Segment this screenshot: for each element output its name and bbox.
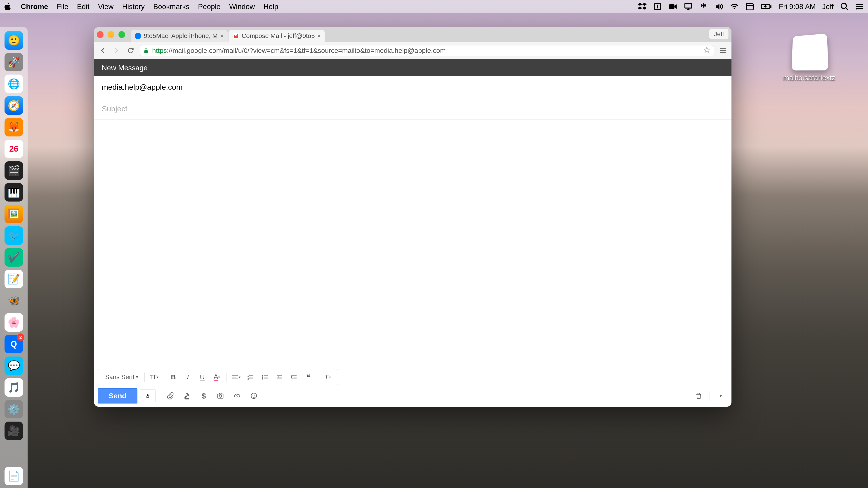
menu-help[interactable]: Help [264,2,278,11]
svg-text:3: 3 [248,378,249,380]
compose-subject-field[interactable] [94,98,732,120]
spotlight-icon[interactable] [840,2,849,11]
wifi-icon[interactable] [730,2,739,11]
airplay-icon[interactable] [684,2,693,11]
dock-finalcut[interactable]: 🎬 [4,161,23,180]
remove-formatting-button[interactable]: T× [321,372,334,383]
chrome-toolbar: https://mail.google.com/mail/u/0/?view=c… [94,42,732,59]
svg-rect-22 [232,379,238,379]
date-icon[interactable] [745,2,754,11]
window-minimize-button[interactable] [107,31,114,38]
money-icon[interactable]: $ [196,390,211,402]
send-button[interactable]: Send [98,388,137,403]
quote-button[interactable]: ❝ [302,372,315,383]
menu-file[interactable]: File [57,2,68,11]
menu-edit[interactable]: Edit [77,2,89,11]
address-bar[interactable]: https://mail.google.com/mail/u/0/?view=c… [140,45,714,56]
menu-extra-icon[interactable] [699,2,708,11]
tab-title: Compose Mail - jeff@9to5 [242,32,315,39]
menu-people[interactable]: People [198,2,221,11]
dock-quicktime[interactable]: 🎥 [4,422,23,440]
formatting-toggle-button[interactable]: A [140,390,156,402]
underline-button[interactable]: U [195,372,209,383]
one-password-icon[interactable] [653,2,662,11]
menu-view[interactable]: View [98,2,114,11]
dock-butterfly[interactable]: 🦋 [4,291,23,310]
nav-reload-button[interactable] [126,46,135,56]
text-color-button[interactable]: A ▾ [210,372,223,383]
browser-tab-compose[interactable]: Compose Mail - jeff@9to5 × [228,30,325,42]
dock-itunes[interactable]: 🎵 [4,378,23,397]
menu-history[interactable]: History [122,2,145,11]
insert-link-icon[interactable] [230,390,244,402]
lock-icon [143,48,149,54]
compose-body[interactable] [94,120,732,369]
menu-bookmarks[interactable]: Bookmarks [153,2,189,11]
italic-button[interactable]: I [181,372,195,383]
dock-launchpad[interactable]: 🚀 [4,53,23,71]
svg-rect-7 [770,5,772,8]
bold-button[interactable]: B [166,372,180,383]
svg-rect-21 [232,377,236,378]
font-family-select[interactable]: Sans Serif ▾ [101,372,142,383]
dock-document[interactable]: 📄 [4,467,23,485]
compose-to-field[interactable]: media.help@apple.com [94,76,732,98]
dock-quip[interactable]: Q2 [4,335,23,353]
browser-tab-9to5mac[interactable]: 9to5Mac: Apple iPhone, M × [131,30,228,42]
dock-settings[interactable]: ⚙️ [4,400,23,418]
menubar-user[interactable]: Jeff [822,2,834,11]
compose-to-value: media.help@apple.com [102,83,183,92]
discard-draft-icon[interactable] [691,390,706,402]
dock-notes[interactable]: 📝 [4,270,23,288]
dock-chrome[interactable]: 🌐 [4,74,23,93]
volume-icon[interactable] [715,2,723,11]
facetime-menu-icon[interactable] [669,2,677,11]
attach-file-icon[interactable] [163,390,178,402]
menu-window[interactable]: Window [229,2,255,11]
battery-icon[interactable] [761,2,772,11]
dock-firefox[interactable]: 🦊 [4,118,23,136]
nav-back-button[interactable] [98,46,107,56]
dock-calendar[interactable]: 26 [4,140,23,158]
indent-more-button[interactable] [287,372,301,383]
active-app-name[interactable]: Chrome [21,2,48,11]
dock-things[interactable]: ✔️ [4,248,23,267]
chrome-menu-button[interactable] [718,46,728,56]
chrome-profile-button[interactable]: Jeff [709,29,729,39]
svg-point-15 [856,8,857,9]
tab-close-icon[interactable]: × [318,33,321,39]
notification-center-icon[interactable] [855,2,864,11]
desktop-file-safariextz[interactable]: mailto.safariextz [778,34,841,82]
dock-photos[interactable]: 🌸 [4,313,23,332]
dock-keynote[interactable]: 🖼️ [4,205,23,223]
emoji-icon[interactable] [247,390,261,402]
unordered-list-button[interactable] [258,372,272,383]
indent-less-button[interactable] [273,372,286,383]
svg-rect-16 [144,51,148,53]
window-zoom-button[interactable] [119,31,125,38]
tab-close-icon[interactable]: × [220,33,223,39]
font-size-button[interactable]: TT ▾ [147,372,161,383]
align-button[interactable]: ▾ [229,372,243,383]
dock-logic[interactable]: 🎹 [4,183,23,201]
svg-rect-17 [720,48,726,49]
window-close-button[interactable] [97,31,103,38]
apple-menu-icon[interactable] [4,2,12,11]
dock-messages[interactable]: 💬 [4,357,23,375]
dock-safari[interactable]: 🧭 [4,96,23,115]
bookmark-star-icon[interactable] [703,46,710,55]
insert-photo-icon[interactable] [213,390,228,402]
ordered-list-button[interactable]: 123 [244,372,257,383]
dropbox-icon[interactable] [638,2,647,11]
compose-subject-input[interactable] [102,104,724,113]
favicon-icon [135,33,141,39]
svg-rect-32 [264,377,268,378]
dock-tweetbot[interactable]: 🐦 [4,226,23,245]
menubar-clock[interactable]: Fri 9:08 AM [779,2,816,11]
drive-icon[interactable] [180,390,194,402]
nav-forward-button[interactable] [112,46,122,56]
svg-rect-4 [746,4,753,10]
svg-rect-30 [264,375,268,376]
more-options-icon[interactable]: ▾ [713,390,728,402]
dock-finder[interactable]: 🙂 [4,31,23,50]
